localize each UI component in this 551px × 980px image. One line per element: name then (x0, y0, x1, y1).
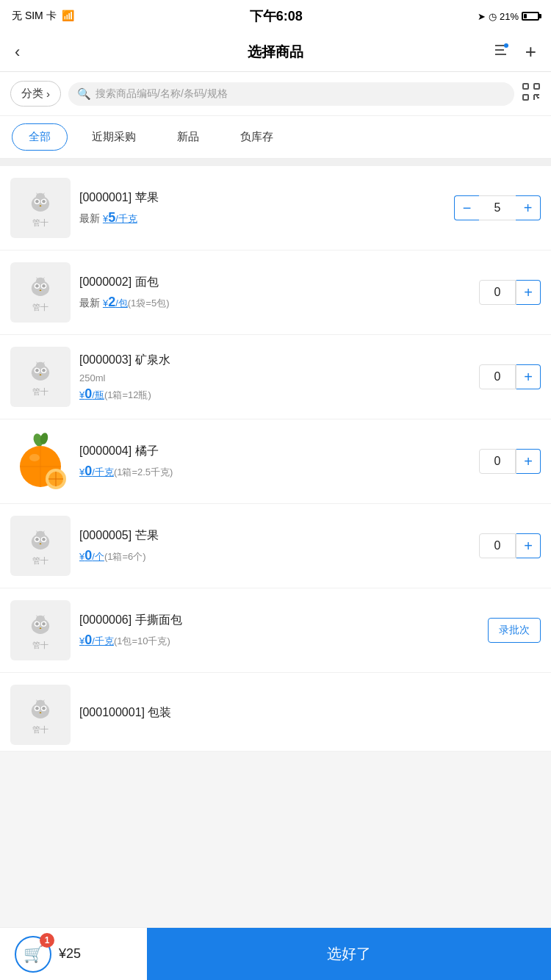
product-info: [0000004] 橘子 ¥0/千克(1箱=2.5千克) (79, 444, 470, 479)
product-info: [0000003] 矿泉水 250ml ¥0/瓶(1箱=12瓶) (79, 353, 470, 402)
quantity-control: 0 + (479, 280, 541, 305)
product-spec: 250ml (79, 372, 470, 383)
filter-bar: 分类 › 🔍 搜索商品编码/名称/条码/规格 (0, 72, 551, 116)
svg-rect-4 (523, 84, 528, 89)
list-item: 管十 [0000001] 苹果 最新 ¥5/千克 − 5 + (0, 166, 551, 251)
product-info: [000100001] 包装 (79, 705, 541, 725)
divider (0, 159, 551, 166)
record-batch-button[interactable]: 录批次 (488, 618, 541, 643)
quantity-plus-button[interactable]: + (516, 533, 541, 558)
quantity-control: 0 + (479, 533, 541, 558)
nav-right: + (493, 40, 536, 63)
cart-button[interactable]: 1 🛒 (15, 936, 51, 973)
product-name: [0000006] 手撕面包 (79, 613, 479, 628)
filter-icon[interactable] (493, 41, 511, 63)
svg-point-61 (35, 621, 39, 625)
svg-rect-6 (523, 95, 528, 100)
product-info: [0000001] 苹果 最新 ¥5/千克 (79, 190, 445, 226)
batch-action: 录批次 (488, 618, 541, 643)
price-unit: /千克 (92, 635, 114, 646)
svg-rect-5 (534, 84, 539, 89)
list-item: [0000004] 橘子 ¥0/千克(1箱=2.5千克) 0 + (0, 419, 551, 504)
quantity-value: 0 (479, 364, 516, 389)
price-unit: /瓶 (92, 389, 104, 400)
price-note: (1箱=2.5千克) (114, 466, 173, 478)
product-thumbnail: 管十 (10, 262, 71, 323)
status-left: 无 SIM 卡 📶 (12, 10, 74, 23)
product-thumbnail: 管十 (10, 685, 71, 745)
quantity-plus-button[interactable]: + (516, 280, 541, 305)
svg-point-23 (35, 284, 39, 287)
list-item: 管十 [0000003] 矿泉水 250ml ¥0/瓶(1箱=12瓶) 0 + (0, 335, 551, 419)
search-box[interactable]: 🔍 搜索商品编码/名称/条码/规格 (68, 82, 514, 106)
product-name: [0000002] 面包 (79, 275, 470, 290)
add-button[interactable]: + (525, 40, 536, 63)
battery-icon (522, 12, 539, 21)
product-thumbnail (10, 431, 71, 491)
product-thumbnail: 管十 (10, 347, 71, 407)
bottom-bar: 1 🛒 ¥25 选好了 (0, 927, 551, 980)
price-note: (1包=10千克) (114, 635, 170, 646)
cart-total: ¥25 (59, 946, 81, 962)
tab-bar: 全部 近期采购 新品 负库存 (0, 116, 551, 159)
product-info: [0000005] 芒果 ¥0/个(1箱=6个) (79, 528, 470, 563)
product-price: ¥0/千克(1包=10千克) (79, 633, 479, 648)
status-time: 下午6:08 (250, 7, 303, 25)
tab-recent[interactable]: 近期采购 (75, 123, 153, 151)
price-amount: 0 (84, 548, 92, 563)
quantity-value: 0 (479, 449, 516, 474)
quantity-minus-button[interactable]: − (454, 195, 479, 220)
svg-point-3 (504, 43, 508, 48)
tab-negative[interactable]: 负库存 (223, 123, 290, 151)
quantity-plus-button[interactable]: + (516, 364, 541, 389)
tab-new[interactable]: 新品 (160, 123, 216, 151)
category-button[interactable]: 分类 › (10, 81, 61, 107)
quantity-value: 5 (479, 195, 516, 220)
price-unit: /包 (115, 298, 128, 309)
quantity-plus-button[interactable]: + (516, 449, 541, 474)
quantity-value: 0 (479, 533, 516, 558)
product-price: 最新 ¥2/包(1袋=5包) (79, 295, 470, 310)
confirm-button[interactable]: 选好了 (147, 928, 551, 981)
svg-point-71 (42, 706, 46, 710)
svg-point-70 (35, 706, 39, 710)
location-icon: ➤ (478, 11, 486, 22)
alarm-icon: ◷ (489, 11, 497, 22)
product-thumbnail: 管十 (10, 516, 71, 576)
product-thumbnail: 管十 (10, 600, 71, 660)
price-note: (1箱=6个) (104, 551, 146, 562)
price-amount: 5 (108, 210, 115, 225)
svg-point-62 (42, 621, 46, 625)
product-info: [0000002] 面包 最新 ¥2/包(1袋=5包) (79, 275, 470, 310)
quantity-control: 0 + (479, 449, 541, 474)
price-amount: 0 (84, 633, 92, 647)
price-unit: /千克 (92, 466, 114, 478)
nav-left: ‹ (15, 43, 20, 62)
cart-section: 1 🛒 ¥25 (0, 936, 147, 973)
back-button[interactable]: ‹ (15, 43, 20, 62)
svg-point-33 (42, 368, 46, 372)
cart-icon: 🛒 (24, 945, 43, 964)
product-price: ¥0/个(1箱=6个) (79, 548, 470, 563)
price-amount: 0 (84, 464, 92, 478)
battery-percent: 21% (500, 11, 519, 22)
price-unit: /个 (92, 551, 104, 562)
scan-icon[interactable] (522, 82, 541, 105)
logo-text: 管十 (32, 217, 48, 228)
logo-text: 管十 (32, 724, 48, 735)
product-name: [0000001] 苹果 (79, 190, 445, 206)
tab-all[interactable]: 全部 (12, 123, 68, 151)
product-name: [000100001] 包装 (79, 705, 541, 721)
product-info: [0000006] 手撕面包 ¥0/千克(1包=10千克) (79, 613, 479, 648)
product-price: ¥0/瓶(1箱=12瓶) (79, 386, 470, 402)
svg-point-15 (42, 199, 46, 203)
product-name: [0000003] 矿泉水 (79, 353, 470, 368)
product-name: [0000005] 芒果 (79, 528, 470, 544)
search-icon: 🔍 (77, 87, 91, 101)
price-note: (1箱=12瓶) (104, 389, 151, 400)
quantity-plus-button[interactable]: + (516, 195, 541, 220)
cart-badge: 1 (40, 933, 54, 948)
svg-point-52 (35, 537, 39, 541)
list-item: 管十 [0000006] 手撕面包 ¥0/千克(1包=10千克) 录批次 (0, 588, 551, 673)
product-price: 最新 ¥5/千克 (79, 210, 445, 226)
